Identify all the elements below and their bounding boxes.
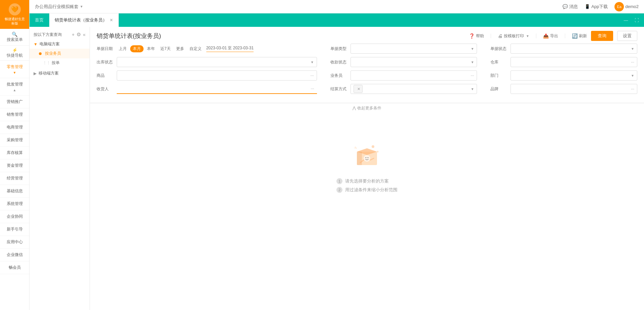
sidebar-item-system[interactable]: 系统管理 xyxy=(0,198,29,210)
collapse-panel-btn[interactable]: « xyxy=(83,32,86,37)
sidebar-item-operations[interactable]: 经营管理 xyxy=(0,172,29,185)
sidebar-item-wholesale[interactable]: 批发管理 ▲ xyxy=(0,78,29,96)
date-tab-more[interactable]: 更多 xyxy=(174,45,186,52)
recipient-input[interactable]: ··· xyxy=(117,84,317,94)
brand-input[interactable]: ··· xyxy=(511,84,637,94)
query-btn[interactable]: 查询 xyxy=(591,31,613,41)
date-tab-this-year[interactable]: 本年 xyxy=(145,45,157,52)
doc-status-select[interactable]: ▼ xyxy=(511,44,637,54)
product-field: 商品 ··· xyxy=(97,70,317,81)
message-btn[interactable]: 💬 消息 xyxy=(562,4,578,10)
sidebar-item-inventory[interactable]: 库存核算 xyxy=(0,147,29,159)
pc-scheme-header[interactable]: ▼ 电脑端方案 xyxy=(30,40,90,49)
payment-arrow-icon: ▼ xyxy=(471,87,474,91)
receipt-status-field: 收款状态 ▼ xyxy=(330,57,477,67)
sidebar-item-ecommerce[interactable]: 电商管理 xyxy=(0,121,29,134)
filter-form: 单据日期 上月 本月 本年 近7天 更多 自定义 2023-03-01 至 20… xyxy=(90,44,644,103)
department-select[interactable]: ▼ xyxy=(511,70,637,81)
date-range-value[interactable]: 2023-03-01 至 2023-03-31 xyxy=(206,45,254,52)
print-dropdown-icon: ▼ xyxy=(526,34,529,38)
sidebar-item-sales[interactable]: 销售管理 xyxy=(0,108,29,121)
sidebar-item-wechat[interactable]: 企业微信 xyxy=(0,249,29,261)
salesperson-ellipsis-icon[interactable]: ··· xyxy=(471,73,474,78)
doc-type-field: 单据类型 ▼ xyxy=(330,44,477,54)
sidebar-item-marketing[interactable]: 营销推广 xyxy=(0,96,29,108)
date-range-control: 上月 本月 本年 近7天 更多 自定义 2023-03-01 至 2023-03… xyxy=(117,45,317,52)
wholesale-arrow-icon: ▲ xyxy=(13,88,16,92)
tab-minimize-btn[interactable]: — xyxy=(621,15,631,25)
export-btn[interactable]: 📤 导出 xyxy=(543,33,558,39)
brand-field: 品牌 ··· xyxy=(490,84,637,94)
out-status-select[interactable]: ▼ xyxy=(117,57,317,67)
product-ellipsis-icon[interactable]: ··· xyxy=(311,73,314,78)
salesperson-input[interactable]: ··· xyxy=(351,70,477,81)
sidebar-item-corp-collab[interactable]: 企业协同 xyxy=(0,210,29,223)
sidebar-item-retail[interactable]: 零售管理 ▼ xyxy=(0,61,29,78)
filter-row-2: 出库状态 ▼ 收款状态 ▼ xyxy=(97,57,637,67)
payment-label: 结算方式 xyxy=(330,86,351,92)
receipt-status-arrow-icon: ▼ xyxy=(471,60,474,64)
recipient-text-input[interactable] xyxy=(119,86,310,91)
help-btn[interactable]: ❓ 帮助 xyxy=(469,33,484,39)
recipient-ellipsis-icon[interactable]: ··· xyxy=(311,86,314,91)
settings-btn[interactable]: 设置 xyxy=(617,31,637,41)
app-logo[interactable]: 🧡 畅捷通好生意 标版 xyxy=(0,0,30,29)
sidebar-item-basic-info[interactable]: 基础信息 xyxy=(0,185,29,198)
warehouse-input[interactable]: ··· xyxy=(511,57,637,67)
brand-ellipsis-icon[interactable]: ··· xyxy=(631,87,634,91)
recipient-field: 收货人 ··· xyxy=(97,84,317,94)
product-label: 商品 xyxy=(97,73,117,79)
sidebar-item-purchase[interactable]: 采购管理 xyxy=(0,134,29,147)
empty-step-2: 2 用过滤条件来缩小分析范围 xyxy=(336,186,397,194)
refresh-icon: 🔄 xyxy=(572,33,578,39)
product-input[interactable]: ··· xyxy=(117,70,317,81)
mobile-scheme-header[interactable]: ▶ 移动端方案 xyxy=(30,69,90,78)
sidebar-item-app-center[interactable]: 应用中心 xyxy=(0,236,29,249)
warehouse-field: 仓库 ··· xyxy=(490,57,637,67)
payment-tag-close[interactable]: ✕ xyxy=(357,87,360,91)
divider2 xyxy=(536,34,536,38)
payment-select[interactable]: ✕ ▼ xyxy=(351,84,477,94)
divider3 xyxy=(565,34,565,38)
edit-scheme-btn[interactable]: ⚙ xyxy=(76,32,81,38)
date-tab-custom[interactable]: 自定义 xyxy=(187,45,204,52)
sidebar-search[interactable]: 🔍 搜索菜单 xyxy=(0,29,29,46)
payment-filter-tag: ✕ xyxy=(354,85,363,93)
refresh-btn[interactable]: 🔄 刷新 xyxy=(572,33,587,39)
date-tab-last-month[interactable]: 上月 xyxy=(117,45,129,52)
tab-home[interactable]: 首页 xyxy=(30,13,49,27)
doc-type-select[interactable]: ▼ xyxy=(351,44,477,54)
app-download-btn[interactable]: 📱 App下载 xyxy=(585,4,608,10)
dept-arrow-icon: ▼ xyxy=(631,74,634,78)
empty-illustration xyxy=(350,140,384,170)
salesperson-field: 业务员 ··· xyxy=(330,70,477,81)
tab-close-icon[interactable]: ✕ xyxy=(110,18,113,22)
user-profile[interactable]: Ea demo2 xyxy=(614,2,639,11)
brand-label: 品牌 xyxy=(490,86,511,92)
svg-point-4 xyxy=(377,151,379,153)
content-area: 按以下方案查询 + ⚙ « ▼ 电脑端方案 按业务员 ⋮⋮ 按单 xyxy=(30,27,644,310)
collapse-bar[interactable]: ⋀ 收起更多条件 xyxy=(90,103,644,113)
receipt-status-select[interactable]: ▼ xyxy=(351,57,477,67)
scheme-by-order[interactable]: ⋮⋮ 按单 xyxy=(30,58,90,67)
tab-sales-stats[interactable]: 销货单统计表（按业务员） ✕ xyxy=(49,13,119,27)
sidebar-item-new-guide[interactable]: 新手引导 xyxy=(0,223,29,236)
tab-maximize-btn[interactable]: ⛶ xyxy=(632,15,641,25)
doc-status-label: 单据状态 xyxy=(490,46,511,52)
print-icon: 🖨 xyxy=(498,33,502,39)
warehouse-ellipsis-icon[interactable]: ··· xyxy=(631,60,634,64)
add-scheme-btn[interactable]: + xyxy=(72,32,74,37)
company-selector[interactable]: 办公用品行业模拟账套 ▼ xyxy=(35,4,83,10)
template-print-btn[interactable]: 🖨 按模板打印 ▼ xyxy=(498,33,529,39)
sidebar-item-finance[interactable]: 资金管理 xyxy=(0,159,29,172)
pc-scheme-section: ▼ 电脑端方案 按业务员 ⋮⋮ 按单 xyxy=(30,40,90,67)
svg-point-5 xyxy=(364,155,370,162)
scheme-salesperson[interactable]: 按业务员 xyxy=(30,49,90,58)
svg-point-3 xyxy=(372,145,374,148)
sidebar-quick-nav[interactable]: ⚡ 快捷导航 xyxy=(0,46,29,61)
sidebar-item-member[interactable]: 畅会员 xyxy=(0,261,29,274)
step-1-num: 1 xyxy=(336,178,342,184)
company-name: 办公用品行业模拟账套 xyxy=(35,4,78,10)
date-tab-7days[interactable]: 近7天 xyxy=(158,45,173,52)
date-tab-this-month[interactable]: 本月 xyxy=(130,45,144,52)
